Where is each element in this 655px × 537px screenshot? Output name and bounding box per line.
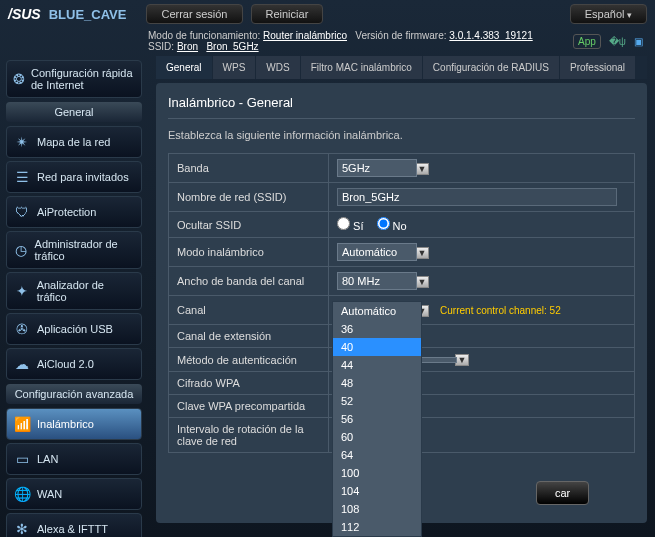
label-psk: Clave WPA precompartida — [169, 395, 329, 418]
tab-wps[interactable]: WPS — [213, 56, 257, 79]
label-mode: Modo inalámbrico — [169, 238, 329, 267]
mode-label: Modo de funcionamiento: — [148, 30, 260, 41]
label-channel: Canal — [169, 296, 329, 325]
tab-professional[interactable]: Professional — [560, 56, 636, 79]
map-icon: ✴ — [13, 133, 31, 151]
hide-ssid-yes[interactable]: Sí — [337, 220, 363, 232]
label-band: Banda — [169, 154, 329, 183]
sidebar-label: Analizador de tráfico — [37, 279, 135, 303]
logout-button[interactable]: Cerrar sesión — [146, 4, 242, 24]
sidebar-item-traffic-analyzer[interactable]: ✦Analizador de tráfico — [6, 272, 142, 310]
alexa-icon: ✻ — [13, 520, 31, 537]
wifi-icon: 📶 — [13, 415, 31, 433]
channel-option[interactable]: 64 — [333, 446, 421, 464]
sidebar-label: AiCloud 2.0 — [37, 358, 94, 370]
sidebar-label: LAN — [37, 453, 58, 465]
info-bar: Modo de funcionamiento: Router inalámbri… — [0, 28, 655, 56]
channel-option[interactable]: 56 — [333, 410, 421, 428]
ssid-input[interactable] — [337, 188, 617, 206]
sidebar-label: Red para invitados — [37, 171, 129, 183]
sidebar-label: Mapa de la red — [37, 136, 110, 148]
globe-icon: ❂ — [13, 70, 25, 88]
tab-bar: General WPS WDS Filtro MAC inalámbrico C… — [156, 56, 647, 79]
channel-option[interactable]: 36 — [333, 320, 421, 338]
top-bar: /SUS BLUE_CAVE Cerrar sesión Reiniciar E… — [0, 0, 655, 28]
channel-option[interactable]: 40 — [333, 338, 421, 356]
panel-title: Inalámbrico - General — [168, 95, 635, 119]
label-bandwidth: Ancho de banda del canal — [169, 267, 329, 296]
channel-option[interactable]: 60 — [333, 428, 421, 446]
chart-icon: ✦ — [13, 282, 31, 300]
label-wpa: Cifrado WPA — [169, 372, 329, 395]
channel-option[interactable]: 108 — [333, 500, 421, 518]
apply-button[interactable]: car — [536, 481, 589, 505]
model-name: BLUE_CAVE — [49, 7, 127, 22]
channel-dropdown-list[interactable]: Automático3640444852566064100104108112 — [332, 301, 422, 537]
cloud-icon: ☁ — [13, 355, 31, 373]
channel-option[interactable]: 100 — [333, 464, 421, 482]
settings-panel: Inalámbrico - General Establezca la sigu… — [156, 83, 647, 523]
sidebar-item-guest[interactable]: ☰Red para invitados — [6, 161, 142, 193]
tab-wds[interactable]: WDS — [256, 56, 300, 79]
sidebar-item-aiprotection[interactable]: 🛡AiProtection — [6, 196, 142, 228]
sidebar-quick-setup[interactable]: ❂ Configuración rápida de Internet — [6, 60, 142, 98]
sidebar-section-general: General — [6, 102, 142, 122]
fw-link[interactable]: 3.0.1.4.383_19121 — [449, 30, 532, 41]
dropdown-arrow-icon[interactable]: ▼ — [415, 276, 429, 288]
ssid1-link[interactable]: Bron — [177, 41, 198, 52]
panel-desc: Establezca la siguiente información inal… — [168, 129, 635, 141]
sidebar-item-alexa[interactable]: ✻Alexa & IFTTT — [6, 513, 142, 537]
channel-option[interactable]: 48 — [333, 374, 421, 392]
bandwidth-select[interactable]: 80 MHz — [337, 272, 417, 290]
sidebar-label: Administrador de tráfico — [35, 238, 135, 262]
content-area: General WPS WDS Filtro MAC inalámbrico C… — [148, 56, 655, 537]
sidebar-item-wireless[interactable]: 📶Inalámbrico — [6, 408, 142, 440]
sidebar-item-usb-app[interactable]: ✇Aplicación USB — [6, 313, 142, 345]
brand-logo: /SUS — [8, 6, 41, 22]
sidebar-label: AiProtection — [37, 206, 96, 218]
tab-radius[interactable]: Configuración de RADIUS — [423, 56, 560, 79]
label-ext-channel: Canal de extensión — [169, 325, 329, 348]
tab-general[interactable]: General — [156, 56, 213, 79]
reboot-button[interactable]: Reiniciar — [251, 4, 324, 24]
usb-icon[interactable]: �ψ — [609, 36, 626, 47]
sidebar-item-lan[interactable]: ▭LAN — [6, 443, 142, 475]
mode-link[interactable]: Router inalámbrico — [263, 30, 347, 41]
dropdown-arrow-icon[interactable]: ▼ — [415, 163, 429, 175]
sidebar-section-advanced: Configuración avanzada — [6, 384, 142, 404]
sidebar-label: Inalámbrico — [37, 418, 94, 430]
band-select[interactable]: 5GHz — [337, 159, 417, 177]
channel-option[interactable]: 104 — [333, 482, 421, 500]
channel-option[interactable]: 52 — [333, 392, 421, 410]
channel-hint: Current control channel: 52 — [440, 305, 561, 316]
dropdown-arrow-icon[interactable]: ▼ — [415, 247, 429, 259]
mode-select[interactable]: Automático — [337, 243, 417, 261]
hide-ssid-no[interactable]: No — [377, 220, 407, 232]
sidebar-item-traffic-admin[interactable]: ◷Administrador de tráfico — [6, 231, 142, 269]
sidebar-label: WAN — [37, 488, 62, 500]
fw-label: Versión de firmware: — [355, 30, 446, 41]
lan-icon: ▭ — [13, 450, 31, 468]
language-dropdown[interactable]: Español — [570, 4, 647, 24]
label-ssid: Nombre de red (SSID) — [169, 183, 329, 212]
ssid2-link[interactable]: Bron_5GHz — [206, 41, 258, 52]
channel-option[interactable]: Automático — [333, 302, 421, 320]
sidebar-label: Alexa & IFTTT — [37, 523, 108, 535]
network-icon[interactable]: ▣ — [634, 36, 643, 47]
guest-icon: ☰ — [13, 168, 31, 186]
wan-icon: 🌐 — [13, 485, 31, 503]
label-hide-ssid: Ocultar SSID — [169, 212, 329, 238]
sidebar-label: Configuración rápida de Internet — [31, 67, 135, 91]
sidebar-item-network-map[interactable]: ✴Mapa de la red — [6, 126, 142, 158]
channel-option[interactable]: 44 — [333, 356, 421, 374]
label-auth: Método de autenticación — [169, 348, 329, 372]
sidebar-item-aicloud[interactable]: ☁AiCloud 2.0 — [6, 348, 142, 380]
sidebar-item-wan[interactable]: 🌐WAN — [6, 478, 142, 510]
label-rekey: Intervalo de rotación de la clave de red — [169, 418, 329, 453]
app-icon[interactable]: App — [573, 34, 601, 49]
meter-icon: ◷ — [13, 241, 29, 259]
sidebar-label: Aplicación USB — [37, 323, 113, 335]
dropdown-arrow-icon[interactable]: ▼ — [455, 354, 469, 366]
tab-mac-filter[interactable]: Filtro MAC inalámbrico — [301, 56, 423, 79]
channel-option[interactable]: 112 — [333, 518, 421, 536]
